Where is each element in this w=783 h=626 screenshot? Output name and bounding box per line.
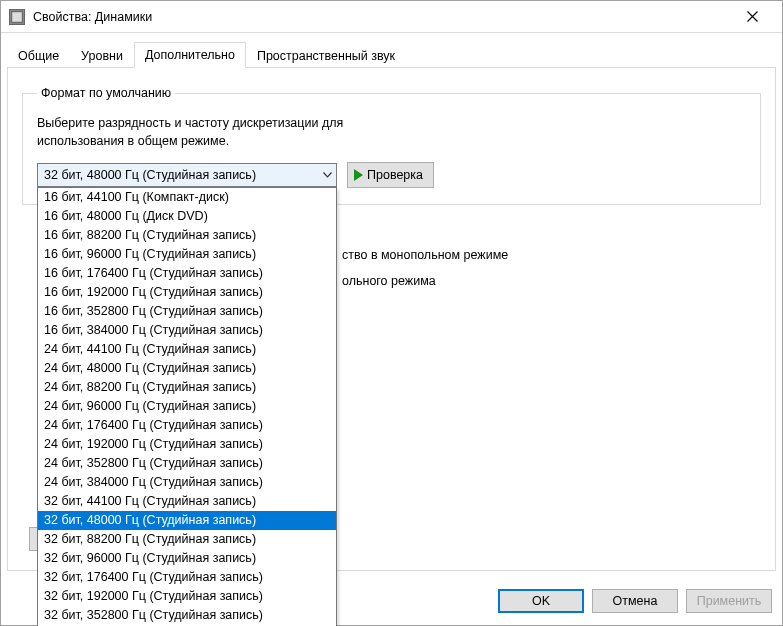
dropdown-item[interactable]: 24 бит, 176400 Гц (Студийная запись) <box>38 416 336 435</box>
dropdown-item[interactable]: 16 бит, 96000 Гц (Студийная запись) <box>38 245 336 264</box>
dropdown-item[interactable]: 24 бит, 88200 Гц (Студийная запись) <box>38 378 336 397</box>
format-dropdown-list[interactable]: 16 бит, 44100 Гц (Компакт-диск)16 бит, 4… <box>37 187 337 626</box>
combo-value: 32 бит, 48000 Гц (Студийная запись) <box>38 168 318 182</box>
dropdown-item[interactable]: 24 бит, 96000 Гц (Студийная запись) <box>38 397 336 416</box>
chevron-down-icon[interactable] <box>318 164 336 186</box>
dropdown-item[interactable]: 24 бит, 384000 Гц (Студийная запись) <box>38 473 336 492</box>
tab-general[interactable]: Общие <box>7 43 70 68</box>
exclusive-mode-text-fragment-1: ство в монопольном режиме <box>342 248 508 262</box>
dropdown-item[interactable]: 24 бит, 352800 Гц (Студийная запись) <box>38 454 336 473</box>
tab-levels[interactable]: Уровни <box>70 43 134 68</box>
svg-rect-0 <box>12 11 23 22</box>
apply-button[interactable]: Применить <box>686 589 772 613</box>
dropdown-item[interactable]: 32 бит, 48000 Гц (Студийная запись) <box>38 511 336 530</box>
dropdown-item[interactable]: 32 бит, 88200 Гц (Студийная запись) <box>38 530 336 549</box>
dropdown-item[interactable]: 16 бит, 352800 Гц (Студийная запись) <box>38 302 336 321</box>
play-icon <box>354 169 363 181</box>
group-description: Выберите разрядность и частоту дискретиз… <box>37 114 746 150</box>
dropdown-item[interactable]: 32 бит, 44100 Гц (Студийная запись) <box>38 492 336 511</box>
dropdown-item[interactable]: 32 бит, 192000 Гц (Студийная запись) <box>38 587 336 606</box>
titlebar: Свойства: Динамики <box>1 1 782 33</box>
dropdown-item[interactable]: 24 бит, 192000 Гц (Студийная запись) <box>38 435 336 454</box>
properties-window: Свойства: Динамики Общие Уровни Дополнит… <box>0 0 783 626</box>
tab-spatial[interactable]: Пространственный звук <box>246 43 406 68</box>
dropdown-item[interactable]: 16 бит, 384000 Гц (Студийная запись) <box>38 321 336 340</box>
speaker-icon <box>9 9 25 25</box>
dropdown-item[interactable]: 24 бит, 44100 Гц (Студийная запись) <box>38 340 336 359</box>
dropdown-item[interactable]: 32 бит, 96000 Гц (Студийная запись) <box>38 549 336 568</box>
dialog-footer: OK Отмена Применить <box>498 589 772 613</box>
group-legend: Формат по умолчанию <box>37 86 175 100</box>
tab-advanced[interactable]: Дополнительно <box>134 42 246 68</box>
format-combobox[interactable]: 32 бит, 48000 Гц (Студийная запись) <box>37 163 337 187</box>
dropdown-item[interactable]: 24 бит, 48000 Гц (Студийная запись) <box>38 359 336 378</box>
ok-button[interactable]: OK <box>498 589 584 613</box>
window-title: Свойства: Динамики <box>33 10 152 24</box>
close-button[interactable] <box>730 2 774 32</box>
dropdown-item[interactable]: 32 бит, 352800 Гц (Студийная запись) <box>38 606 336 625</box>
test-button[interactable]: Проверка <box>347 162 434 188</box>
dropdown-item[interactable]: 16 бит, 192000 Гц (Студийная запись) <box>38 283 336 302</box>
dropdown-item[interactable]: 16 бит, 176400 Гц (Студийная запись) <box>38 264 336 283</box>
dropdown-item[interactable]: 16 бит, 44100 Гц (Компакт-диск) <box>38 188 336 207</box>
dropdown-item[interactable]: 16 бит, 88200 Гц (Студийная запись) <box>38 226 336 245</box>
exclusive-mode-text-fragment-2: ольного режима <box>342 274 436 288</box>
dropdown-item[interactable]: 32 бит, 176400 Гц (Студийная запись) <box>38 568 336 587</box>
cancel-button[interactable]: Отмена <box>592 589 678 613</box>
dropdown-item[interactable]: 16 бит, 48000 Гц (Диск DVD) <box>38 207 336 226</box>
tabstrip: Общие Уровни Дополнительно Пространствен… <box>1 39 782 67</box>
